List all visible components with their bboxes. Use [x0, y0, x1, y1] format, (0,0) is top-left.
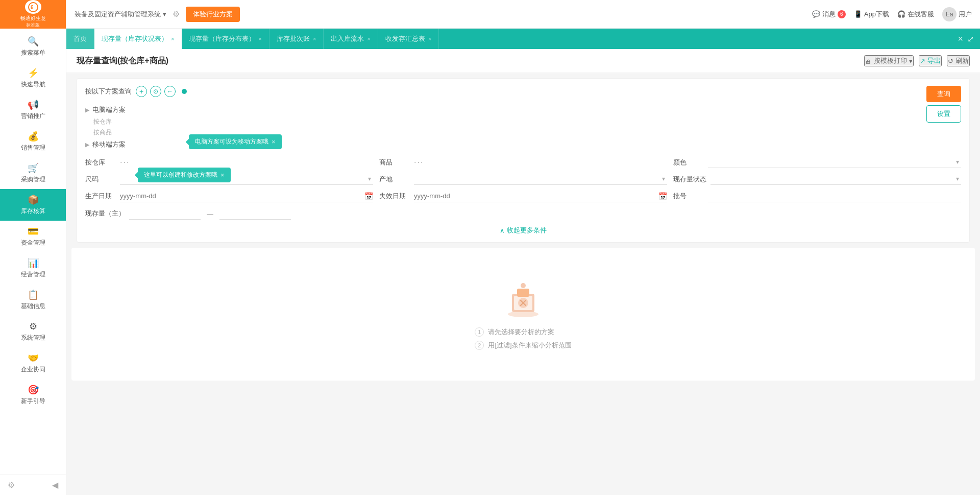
expire-date-input-wrap: 📅 — [414, 190, 667, 202]
app-download-btn[interactable]: 📱 App下载 — [854, 10, 889, 19]
tab-home-label: 首页 — [74, 34, 87, 43]
scheme-pc[interactable]: ▶ 电脑端方案 — [85, 103, 961, 116]
sidebar-item-quick-nav[interactable]: ⚡ 快速导航 — [0, 62, 66, 94]
back-filter-btn[interactable]: ← — [164, 86, 176, 97]
sidebar-item-label: 销售管理 — [21, 144, 45, 152]
query-btn[interactable]: 查询 — [926, 86, 961, 102]
origin-select[interactable]: ▾ — [414, 173, 667, 185]
sidebar-item-newbie[interactable]: 🎯 新手引导 — [0, 379, 66, 411]
field-origin: 产地 ▾ — [379, 173, 667, 185]
user-name-label: 用户 — [959, 10, 972, 19]
copy-filter-btn[interactable]: ⊙ — [150, 86, 161, 97]
industry-btn[interactable]: 体验行业方案 — [186, 7, 240, 22]
stock-status-select[interactable]: ▾ — [710, 173, 961, 185]
marketing-icon: 📢 — [28, 99, 39, 110]
stock-main-to[interactable] — [219, 207, 291, 220]
tab-close-in-out-flow[interactable]: × — [367, 36, 370, 42]
export-btn[interactable]: ↗ 导出 — [919, 55, 942, 66]
sidebar-item-basic-info[interactable]: 📋 基础信息 — [0, 284, 66, 316]
online-service-btn[interactable]: 🎧 在线客服 — [897, 10, 934, 19]
sidebar-item-search-menu[interactable]: 🔍 搜索菜单 — [0, 31, 66, 62]
batch-no-input[interactable] — [708, 190, 961, 202]
collapse-sidebar-icon[interactable]: ◀ — [52, 480, 58, 490]
origin-label: 产地 — [379, 175, 410, 184]
sidebar-item-finance[interactable]: 💳 资金管理 — [0, 221, 66, 252]
calendar-icon2: 📅 — [658, 192, 667, 200]
sidebar-item-enterprise[interactable]: 🤝 企业协同 — [0, 347, 66, 379]
sidebar-item-purchase[interactable]: 🛒 采购管理 — [0, 157, 66, 189]
stock-main-from[interactable] — [129, 207, 201, 220]
system-selector[interactable]: 装备及固定资产辅助管理系统 ▾ — [75, 10, 166, 19]
tooltip-1-text: 电脑方案可设为移动方案哦 — [195, 137, 268, 146]
basic-info-icon: 📋 — [28, 289, 39, 300]
message-icon: 💬 — [812, 10, 820, 18]
chevron-down-icon: ▾ — [163, 10, 166, 18]
tab-batch-account[interactable]: 库存批次账 × — [270, 29, 324, 49]
tooltip-2-close[interactable]: × — [220, 171, 225, 179]
field-goods: 商品 ··· — [379, 158, 667, 167]
settings-icon[interactable]: ⚙ — [8, 480, 15, 490]
scheme-pc-sub-item: 按仓库 — [93, 116, 961, 127]
tab-in-out-flow[interactable]: 出入库流水 × — [324, 29, 378, 49]
template-print-btn[interactable]: 🖨 按模板打印 ▾ — [864, 55, 914, 66]
tab-home[interactable]: 首页 — [66, 29, 94, 49]
tab-inventory-status[interactable]: 现存量（库存状况表） × — [94, 29, 182, 49]
empty-step-2: 2 用[过滤]条件来缩小分析范围 — [475, 341, 571, 350]
tab-close-batch-account[interactable]: × — [313, 36, 316, 42]
sidebar-item-system[interactable]: ⚙ 系统管理 — [0, 316, 66, 347]
empty-state: 1 请先选择要分析的方案 2 用[过滤]条件来缩小分析范围 — [71, 248, 975, 381]
user-area[interactable]: Ea 用户 — [942, 7, 972, 21]
tooltip-1-close[interactable]: × — [272, 138, 276, 146]
setting-btn[interactable]: 设置 — [926, 105, 961, 123]
sidebar-item-label: 经营管理 — [21, 270, 45, 279]
filter-row-1: 按仓库 ··· 商品 ··· 颜色 ▾ — [85, 156, 961, 168]
online-service-label: 在线客服 — [908, 10, 934, 19]
sidebar-item-marketing[interactable]: 📢 营销推广 — [0, 94, 66, 126]
inventory-icon: 📦 — [28, 194, 39, 205]
main-content: 装备及固定资产辅助管理系统 ▾ ⚙ 体验行业方案 💬 消息 6 📱 App下载 … — [66, 0, 980, 495]
color-select[interactable]: ▾ — [708, 156, 961, 168]
message-btn[interactable]: 💬 消息 6 — [812, 10, 846, 19]
template-print-label: 按模板打印 — [874, 56, 907, 65]
refresh-btn[interactable]: ↺ 刷新 — [947, 55, 970, 66]
system-name: 装备及固定资产辅助管理系统 — [75, 10, 161, 19]
sidebar-item-operations[interactable]: 📊 经营管理 — [0, 252, 66, 284]
produce-date-from[interactable] — [120, 190, 364, 202]
size-label: 尺码 — [85, 175, 116, 184]
tab-close-inventory-status[interactable]: × — [171, 36, 174, 42]
sidebar-item-inventory[interactable]: 📦 库存核算 — [0, 189, 66, 221]
sales-icon: 💰 — [28, 131, 39, 142]
produce-date-label: 生产日期 — [85, 192, 116, 201]
tooltip-2-text: 这里可以创建和修改方案哦 — [144, 171, 217, 179]
tab-collect-summary-label: 收发存汇总表 — [385, 34, 425, 43]
tooltip-scheme-convert: 电脑方案可设为移动方案哦 × — [189, 134, 282, 149]
expire-date-from[interactable] — [414, 190, 658, 202]
newbie-icon: 🎯 — [28, 384, 39, 395]
collapse-btn[interactable]: ∧ 收起更多条件 — [500, 226, 547, 235]
tab-close-collect-summary[interactable]: × — [428, 36, 431, 42]
filter-rows: 按仓库 ··· 商品 ··· 颜色 ▾ — [85, 156, 961, 220]
expand-icon[interactable]: ⤢ — [967, 34, 974, 44]
empty-steps: 1 请先选择要分析的方案 2 用[过滤]条件来缩小分析范围 — [475, 327, 571, 350]
add-filter-btn[interactable]: + — [136, 86, 147, 97]
warehouse-dots[interactable]: ··· — [120, 158, 130, 167]
field-warehouse: 按仓库 ··· — [85, 158, 373, 167]
tab-in-out-flow-label: 出入库流水 — [331, 34, 364, 43]
sidebar-item-sales[interactable]: 💰 销售管理 — [0, 126, 66, 157]
close-all-tabs-icon[interactable]: × — [958, 34, 963, 44]
tab-close-inventory-dist[interactable]: × — [258, 36, 261, 42]
operations-icon: 📊 — [28, 257, 39, 269]
chevron-down-icon: ▾ — [956, 158, 959, 166]
sidebar-item-label: 企业协同 — [21, 365, 45, 374]
settings-gear-icon[interactable]: ⚙ — [173, 9, 180, 19]
content-area: 现存量查询(按仓库+商品) 🖨 按模板打印 ▾ ↗ 导出 ↺ 刷新 — [66, 49, 980, 495]
tab-inventory-dist[interactable]: 现存量（库存分布表） × — [182, 29, 269, 49]
sidebar: 6 畅通好生意 标准版 🔍 搜索菜单 ⚡ 快速导航 📢 营销推广 💰 销售管理 … — [0, 0, 66, 495]
tab-collect-summary[interactable]: 收发存汇总表 × — [378, 29, 439, 49]
goods-dots[interactable]: ··· — [414, 158, 424, 167]
field-expire-date: 失效日期 📅 — [379, 190, 667, 202]
sidebar-item-label: 资金管理 — [21, 239, 45, 247]
svg-text:6: 6 — [31, 5, 34, 10]
calendar-icon: 📅 — [364, 192, 373, 200]
chevron-down-icon: ▾ — [909, 57, 913, 65]
